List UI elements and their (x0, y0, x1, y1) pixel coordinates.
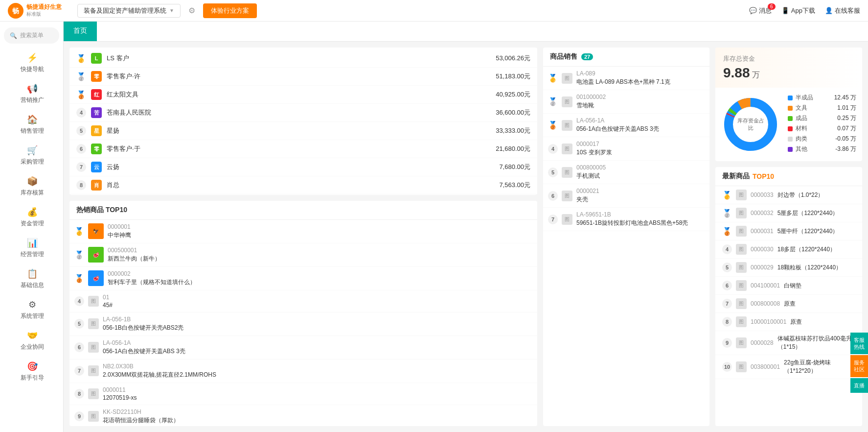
avatar: 云 (91, 162, 102, 172)
inventory-unit: 万 (752, 70, 760, 80)
sidebar-label-system: 系统管理 (21, 312, 44, 320)
rank-number: 10 (722, 362, 732, 372)
product-info: 000500001 新西兰牛肉（新牛） (108, 247, 532, 263)
legend-value: 0.07 万 (837, 124, 856, 133)
product-code: 0000001 (108, 223, 532, 230)
product-image-placeholder: 图 (562, 144, 572, 154)
sidebar-item-sales[interactable]: 🏠 销售管理 (0, 109, 63, 140)
logo-subtitle: 标准版 (26, 11, 62, 18)
system-selector[interactable]: 装备及固定资产辅助管理系统 ▼ (77, 4, 181, 18)
newest-product-item: 9 图 0000028 体碱荔枝味苏打饮品400毫升（1*15） (715, 331, 862, 355)
rank-number: 5 (722, 263, 732, 272)
product-sales-item: 4 图 0000017 10S 变刹罗浆 (543, 137, 709, 161)
sidebar-item-finance[interactable]: 💰 资金管理 (0, 202, 63, 233)
newest-product-item: 6 图 004100001 白钢垫 (715, 277, 862, 295)
legend-name: 文具 (796, 104, 834, 112)
inventory-amount-row: 9.88 万 (723, 65, 854, 81)
product-info: LA-089 电池盖 LA-089 ABS本色+黑种 7.1克 (576, 70, 705, 86)
sidebar-item-guide[interactable]: 🎯 新手引导 (0, 356, 63, 387)
product-code: 0000029 (751, 264, 774, 271)
hot-products-title: 热销商品 TOP10 (76, 206, 127, 215)
hot-product-item: 7 图 NB2.0X30B 2.0X30MM双搓花轴,搓花直径2.1MM/ROH… (69, 360, 537, 383)
online-service-item[interactable]: 👤 在线客服 (825, 6, 860, 15)
product-image: 🥩 (88, 247, 104, 263)
product-code: 0000021 (576, 188, 705, 194)
sidebar-label-operations: 经营管理 (21, 250, 44, 259)
product-image-placeholder: 图 (562, 191, 572, 201)
product-sales-item: 6 图 0000021 夹壳 (543, 184, 709, 208)
sidebar-item-enterprise[interactable]: 🤝 企业协同 (0, 325, 63, 356)
rank-number: 9 (74, 411, 84, 421)
message-item[interactable]: 💬 消息 6 (749, 6, 772, 15)
product-name: 18颗粒板（1220*2440） (777, 264, 842, 272)
bronze-medal-icon: 🥉 (74, 274, 84, 283)
rank-number: 6 (76, 144, 86, 154)
product-code: 001000002 (576, 94, 705, 100)
product-sales-item: 🥇 图 LA-089 电池盖 LA-089 ABS本色+黑种 7.1克 (543, 67, 709, 90)
product-code: 000500001 (108, 247, 532, 254)
product-code: 000800008 (751, 300, 780, 307)
sidebar-item-basic-info[interactable]: 📋 基础信息 (0, 264, 63, 294)
customer-value: 7,680.00元 (499, 163, 530, 171)
customer-value: 36,600.00元 (496, 108, 530, 117)
home-icon: 🏠 (27, 114, 38, 125)
trial-button[interactable]: 体验行业方案 (203, 3, 257, 18)
cs-community-button[interactable]: 服务社区 (850, 355, 868, 377)
customer-top10-card: 🥇 L LS 客户 53,006.26元 🥈 零 零售客户·许 51,183.0… (69, 48, 537, 195)
avatar: 肖 (91, 180, 102, 191)
customer-value: 53,006.26元 (496, 54, 530, 63)
tab-home[interactable]: 首页 (64, 22, 97, 41)
bronze-medal-icon: 🥉 (548, 120, 558, 130)
sidebar-item-inventory[interactable]: 📦 库存核算 (0, 171, 63, 202)
newest-top10-label: TOP10 (753, 172, 774, 180)
inventory-amount: 9.88 (723, 65, 750, 81)
legend-item: 半成品 12.45 万 (788, 94, 856, 102)
product-info: KK-SD22110H 花语萌恒温分腿睡袋（厚款） (103, 408, 532, 425)
product-code: NB2.0X30B (103, 363, 532, 370)
customer-value: 40,925.00元 (496, 90, 530, 99)
sidebar-item-quick-nav[interactable]: ⚡ 快捷导航 (0, 48, 63, 78)
product-sales-card: 商品销售 27 🥇 图 LA-089 电池盖 LA-089 ABS本色+黑种 7… (543, 48, 709, 426)
product-code: 0000011 (103, 386, 532, 393)
legend-color-dot (788, 106, 793, 111)
sidebar-search[interactable]: 🔍 搜索菜单 (4, 27, 59, 44)
product-code: LA-056-1A (576, 117, 705, 124)
cs-direct-button[interactable]: 直播 (850, 378, 868, 393)
product-name: 原查 (784, 300, 796, 308)
sidebar-label-sales: 销售管理 (21, 127, 44, 135)
legend-color-dot (788, 96, 793, 100)
search-icon: 🔍 (10, 32, 17, 39)
product-info: LA-056-1B 056-1B白色按键开关壳ABS2壳 (103, 316, 532, 332)
sidebar-item-system[interactable]: ⚙ 系统管理 (0, 294, 63, 325)
sidebar-label-purchase: 采购管理 (21, 158, 44, 166)
legend-item: 材料 0.07 万 (788, 124, 856, 133)
product-code: 0000002 (108, 270, 532, 277)
newest-product-item: 10 图 003800001 22g鱼豆腐-烧烤味（1*12*20） (715, 355, 862, 379)
product-name: 2.0X30MM双搓花轴,搓花直径2.1MM/ROHS (103, 371, 532, 379)
product-info: LA-056-1A 056-1A白色按键开关盖ABS 3壳 (103, 339, 532, 356)
cs-hotline-button[interactable]: 客服热线 (850, 333, 868, 355)
product-info: 000800005 手机测试 (576, 164, 705, 180)
product-code: 0000032 (751, 210, 774, 216)
rank-number: 7 (722, 299, 732, 309)
product-name: 电池盖 LA-089 ABS本色+黑种 7.1克 (576, 78, 705, 86)
product-name: 5厘多层（1220*2440） (777, 209, 839, 217)
product-name: 雪地靴 (576, 101, 705, 110)
newest-product-item: 4 图 0000030 18多层（1220*2440） (715, 240, 862, 259)
svg-text:畅: 畅 (12, 7, 19, 15)
rank-number: 5 (76, 126, 86, 136)
product-info: 0000002 智利车子里（规格不知道填什么） (108, 270, 532, 287)
clipboard-icon: 📋 (27, 268, 38, 279)
app-download-item[interactable]: 📱 App下载 (781, 6, 815, 15)
product-name: 封边带（1.0*22） (777, 191, 824, 199)
sidebar-item-purchase[interactable]: 🛒 采购管理 (0, 140, 63, 171)
sidebar-item-operations[interactable]: 📊 经营管理 (0, 233, 63, 264)
legend-value: 12.45 万 (834, 94, 856, 102)
product-code: 0000017 (576, 141, 705, 147)
sidebar-item-marketing[interactable]: 📢 营销推广 (0, 78, 63, 109)
legend-name: 半成品 (796, 94, 831, 102)
product-name: 新西兰牛肉（新牛） (108, 255, 532, 263)
customer-rank-item: 🥇 L LS 客户 53,006.26元 (69, 49, 537, 68)
hot-product-item: 5 图 LA-056-1B 056-1B白色按键开关壳ABS2壳 (69, 312, 537, 336)
settings-icon[interactable]: ⚙ (188, 6, 195, 15)
